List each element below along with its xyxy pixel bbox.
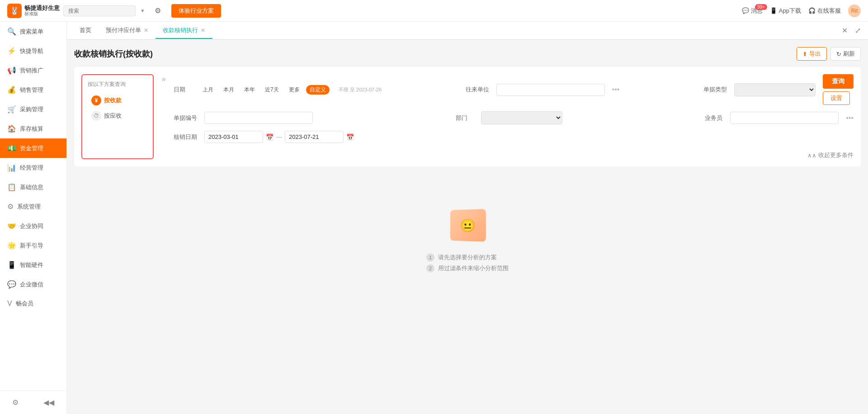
app-download-button[interactable]: 📱 App下载 [770, 7, 801, 15]
hint-num-1: 1 [426, 253, 434, 262]
sidebar-label-13: 企业微信 [20, 281, 43, 289]
writeoff-date-end-input[interactable] [285, 131, 344, 143]
filter-sidebar: 按以下方案查询 ¥ 按收款 ⏱ 按应收 [81, 74, 154, 159]
search-input[interactable] [63, 5, 136, 16]
sidebar-item-0[interactable]: 🔍搜索菜单 [0, 22, 66, 41]
filter-collapse-button[interactable]: » [159, 74, 168, 83]
counterpart-more-icon[interactable]: ••• [612, 86, 620, 94]
date-chip-group: 上月 本月 本年 近7天 更多 自定义 [199, 85, 330, 95]
sidebar-icon-10: 🤝 [7, 222, 16, 230]
bill-no-label: 单据编号 [174, 114, 197, 122]
sidebar-icon-5: 🏠 [7, 124, 16, 133]
filter-option-by-receipt[interactable]: ¥ 按收款 [88, 93, 147, 108]
chevron-up-icon: ∧∧ [807, 152, 816, 159]
filter-area: 按以下方案查询 ¥ 按收款 ⏱ 按应收 » 日期 [74, 67, 861, 167]
message-button[interactable]: 💬 消息 99+ [742, 7, 763, 15]
date-no-limit-text: 不限 至 2023-07-26 [339, 86, 382, 93]
date-chip-this-month[interactable]: 本月 [220, 85, 238, 95]
bill-no-input[interactable] [204, 112, 313, 124]
chevron-down-icon[interactable]: ▾ [141, 7, 144, 14]
bill-type-label: 单据类型 [703, 86, 727, 94]
dept-select[interactable] [481, 111, 562, 124]
salesperson-label: 业务员 [705, 114, 723, 122]
calendar-start-icon[interactable]: 📅 [266, 133, 274, 141]
sidebar-label-4: 采购管理 [20, 105, 43, 114]
sidebar-item-5[interactable]: 🏠库存核算 [0, 119, 66, 138]
page-content: 收款核销执行(按收款) ⬆ 导出 ↻ 刷新 按以下方案查询 [67, 40, 868, 414]
sidebar-icon-0: 🔍 [7, 27, 16, 36]
sidebar-item-11[interactable]: 🌟新手引导 [0, 236, 66, 255]
settings-icon[interactable]: ⚙ [9, 395, 21, 409]
gear-icon[interactable]: ⚙ [151, 5, 164, 17]
salesperson-input[interactable] [730, 112, 839, 124]
bill-type-select[interactable] [734, 83, 816, 96]
sidebar-item-12[interactable]: 📱智能硬件 [0, 255, 66, 275]
customer-service-button[interactable]: 🎧 在线客服 [808, 7, 841, 15]
query-button[interactable]: 查询 [823, 74, 854, 89]
app-logo: 🐰 畅捷通好生意 标准版 [7, 4, 60, 18]
sidebar-label-10: 企业协同 [20, 222, 43, 230]
date-chip-this-year[interactable]: 本年 [241, 85, 259, 95]
sidebar-item-4[interactable]: 🛒采购管理 [0, 100, 66, 119]
sidebar-item-14[interactable]: V畅会员 [0, 294, 66, 313]
empty-illustration: 😐 [440, 203, 495, 248]
app-download-icon: 📱 [770, 7, 777, 14]
filter-form: 日期 上月 本月 本年 近7天 更多 自定义 不限 至 2023-07-26 [174, 74, 854, 159]
sidebar-label-6: 资金管理 [20, 144, 43, 152]
refresh-button[interactable]: ↻ 刷新 [830, 47, 861, 61]
customer-service-label: 在线客服 [817, 7, 841, 15]
sidebar-item-8[interactable]: 📋基础信息 [0, 177, 66, 197]
date-chip-custom[interactable]: 自定义 [306, 85, 330, 95]
empty-hints: 1 请先选择要分析的方案 2 用过滤条件来缩小分析范围 [426, 253, 509, 272]
counterpart-input[interactable] [496, 84, 605, 96]
sidebar-item-10[interactable]: 🤝企业协同 [0, 216, 66, 236]
expand-icon[interactable]: ⤢ [853, 24, 863, 37]
sidebar-icon-3: 💰 [7, 86, 16, 94]
top-bar: 🐰 畅捷通好生意 标准版 ▾ ⚙ 体验行业方案 💬 消息 99+ 📱 App下载… [0, 0, 868, 22]
tab-prepay[interactable]: 预付冲应付单 ✕ [99, 23, 156, 39]
date-chip-last-month[interactable]: 上月 [199, 85, 217, 95]
collapse-sidebar-icon[interactable]: ◀◀ [41, 395, 57, 409]
main-layout: 🔍搜索菜单⚡快捷导航📢营销推广💰销售管理🛒采购管理🏠库存核算💵资金管理📊经营管理… [0, 22, 868, 414]
writeoff-date-start-input[interactable] [204, 131, 263, 143]
sidebar-item-2[interactable]: 📢营销推广 [0, 61, 66, 80]
app-download-label: App下载 [779, 7, 801, 15]
export-button[interactable]: ⬆ 导出 [797, 47, 827, 61]
salesperson-more-icon[interactable]: ••• [846, 114, 854, 122]
top-bar-right: 💬 消息 99+ 📱 App下载 🎧 在线客服 Rit [742, 5, 861, 17]
sidebar-item-1[interactable]: ⚡快捷导航 [0, 41, 66, 61]
empty-hint-1: 1 请先选择要分析的方案 [426, 253, 509, 262]
sidebar-icon-13: 💬 [7, 280, 16, 289]
tab-home[interactable]: 首页 [72, 23, 99, 39]
tab-writeoff[interactable]: 收款核销执行 ✕ [156, 23, 212, 39]
solution-button[interactable]: 体验行业方案 [171, 4, 221, 18]
counterpart-label: 往来单位 [466, 86, 489, 94]
user-avatar[interactable]: Rit [848, 5, 861, 17]
collapse-more-row: ∧∧ 收起更多条件 [174, 151, 854, 159]
sidebar-item-3[interactable]: 💰销售管理 [0, 80, 66, 100]
tab-prepay-close[interactable]: ✕ [144, 28, 148, 33]
collapse-more-button[interactable]: ∧∧ 收起更多条件 [807, 151, 854, 159]
empty-hint-2-text: 用过滤条件来缩小分析范围 [438, 264, 509, 272]
sidebar-icon-11: 🌟 [7, 241, 16, 250]
tab-writeoff-close[interactable]: ✕ [201, 28, 205, 33]
sidebar-item-13[interactable]: 💬企业微信 [0, 275, 66, 294]
customer-service-icon: 🎧 [808, 7, 816, 14]
collapse-more-label: 收起更多条件 [818, 151, 854, 159]
sidebar-bottom: ⚙ ◀◀ [0, 390, 66, 414]
filter-option-by-receivable[interactable]: ⏱ 按应收 [88, 108, 147, 124]
refresh-label: 刷新 [843, 50, 855, 58]
sidebar-item-9[interactable]: ⚙系统管理 [0, 197, 66, 216]
calendar-end-icon[interactable]: 📅 [346, 133, 354, 141]
sidebar-icon-6: 💵 [7, 144, 16, 152]
logo-icon: 🐰 [7, 4, 22, 18]
sidebar-label-5: 库存核算 [20, 125, 43, 133]
writeoff-date-label: 核销日期 [174, 133, 197, 141]
date-chip-7days[interactable]: 近7天 [261, 85, 283, 95]
date-chip-more[interactable]: 更多 [285, 85, 303, 95]
date-label: 日期 [174, 86, 192, 94]
close-tab-icon[interactable]: ✕ [840, 24, 849, 37]
filter-settings-button[interactable]: 设置 [823, 91, 850, 105]
sidebar-item-7[interactable]: 📊经营管理 [0, 158, 66, 177]
sidebar-item-6[interactable]: 💵资金管理 [0, 138, 66, 158]
